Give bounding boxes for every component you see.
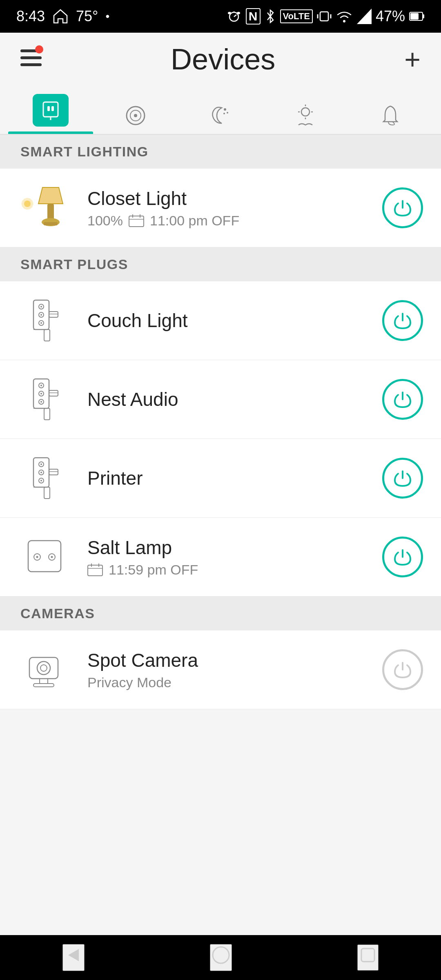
closet-light-power-button[interactable] bbox=[382, 187, 423, 228]
weather-tab-icon bbox=[294, 105, 317, 127]
bell-tab-icon bbox=[380, 105, 401, 127]
spot-camera-power-button[interactable] bbox=[382, 649, 423, 690]
svg-rect-62 bbox=[44, 408, 50, 420]
svg-rect-59 bbox=[49, 390, 58, 396]
svg-rect-51 bbox=[44, 330, 50, 341]
home-button[interactable] bbox=[210, 944, 232, 971]
svg-point-58 bbox=[40, 401, 42, 403]
closet-light-name: Closet Light bbox=[87, 187, 370, 209]
svg-point-32 bbox=[24, 200, 31, 207]
lighting-list: Closet Light 100% 11:00 pm OFF bbox=[0, 169, 441, 247]
couch-light-name: Couch Light bbox=[87, 310, 370, 332]
couch-light-power-button[interactable] bbox=[382, 300, 423, 341]
tab-camera[interactable] bbox=[93, 86, 178, 134]
svg-rect-36 bbox=[44, 222, 58, 225]
strip-icon-wrap-printer bbox=[18, 454, 75, 503]
svg-rect-18 bbox=[51, 106, 54, 111]
strip-icon-wrap-nest bbox=[18, 375, 75, 424]
svg-point-47 bbox=[40, 322, 42, 324]
device-item-nest-audio[interactable]: Nest Audio bbox=[0, 360, 441, 439]
battery-percent: 47% bbox=[376, 8, 405, 25]
dot-indicator: • bbox=[106, 10, 110, 23]
svg-rect-5 bbox=[320, 12, 328, 21]
plug-tab-icon bbox=[40, 100, 61, 121]
svg-point-25 bbox=[223, 113, 225, 114]
device-item-couch-light[interactable]: Couch Light bbox=[0, 281, 441, 360]
section-header-plugs: SMART PLUGS bbox=[0, 247, 441, 281]
svg-point-56 bbox=[40, 393, 42, 394]
printer-name: Printer bbox=[87, 467, 370, 489]
battery-icon bbox=[409, 11, 425, 22]
signal-icon bbox=[357, 9, 372, 24]
notification-dot bbox=[35, 45, 43, 53]
svg-point-26 bbox=[301, 108, 310, 116]
svg-rect-48 bbox=[49, 312, 58, 317]
printer-info: Printer bbox=[75, 467, 382, 489]
svg-point-78 bbox=[51, 556, 53, 558]
main-content: SMART LIGHTING Clos bbox=[0, 135, 441, 758]
svg-point-67 bbox=[40, 472, 42, 473]
svg-marker-88 bbox=[68, 949, 79, 961]
add-device-button[interactable]: + bbox=[404, 45, 421, 73]
bottom-nav bbox=[0, 935, 441, 980]
tab-plug[interactable] bbox=[8, 86, 93, 134]
wifi-icon bbox=[336, 9, 353, 24]
plugs-list: Couch Light bbox=[0, 281, 441, 597]
closet-light-brightness: 100% bbox=[87, 213, 123, 229]
lamp-icon-wrap bbox=[18, 183, 75, 232]
device-item-spot-camera[interactable]: Spot Camera Privacy Mode bbox=[0, 630, 441, 709]
alarm-icon bbox=[226, 9, 242, 24]
svg-point-22 bbox=[134, 114, 137, 117]
device-item-closet-light[interactable]: Closet Light 100% 11:00 pm OFF bbox=[0, 169, 441, 247]
schedule-icon-salt bbox=[87, 563, 103, 576]
spot-camera-sub: Privacy Mode bbox=[87, 675, 370, 690]
temp-display: 75° bbox=[76, 8, 98, 25]
svg-point-54 bbox=[40, 385, 42, 386]
svg-rect-79 bbox=[88, 565, 102, 576]
device-item-printer[interactable]: Printer bbox=[0, 439, 441, 518]
tab-weather[interactable] bbox=[263, 86, 348, 134]
smartplug-icon-wrap bbox=[18, 532, 75, 581]
page-title: Devices bbox=[171, 42, 275, 76]
time-display: 8:43 bbox=[16, 8, 45, 25]
menu-button[interactable] bbox=[20, 47, 42, 71]
svg-point-23 bbox=[224, 108, 226, 111]
target-tab-icon bbox=[125, 105, 147, 127]
salt-lamp-power-button[interactable] bbox=[382, 537, 423, 577]
salt-lamp-sub: 11:59 pm OFF bbox=[87, 562, 370, 578]
vibrate-icon bbox=[317, 9, 332, 24]
power-icon bbox=[392, 310, 413, 331]
svg-rect-83 bbox=[29, 657, 58, 679]
app-bar: Devices + bbox=[0, 33, 441, 86]
tab-alert[interactable] bbox=[348, 86, 433, 134]
device-item-salt-lamp[interactable]: Salt Lamp 11:59 pm OFF bbox=[0, 518, 441, 597]
power-icon bbox=[392, 468, 413, 488]
svg-point-8 bbox=[343, 20, 345, 22]
svg-rect-90 bbox=[361, 949, 374, 962]
svg-rect-14 bbox=[20, 56, 42, 59]
recent-button[interactable] bbox=[357, 944, 379, 971]
status-left: 8:43 75° • bbox=[16, 8, 109, 25]
svg-rect-87 bbox=[33, 684, 54, 687]
power-icon-inactive bbox=[392, 659, 413, 680]
back-button[interactable] bbox=[62, 944, 85, 971]
tab-night[interactable] bbox=[178, 86, 263, 134]
nest-audio-power-button[interactable] bbox=[382, 379, 423, 420]
printer-power-button[interactable] bbox=[382, 458, 423, 499]
status-right: N VoLTE 47% bbox=[226, 8, 425, 25]
strip-icon-wrap-couch bbox=[18, 296, 75, 345]
moon-tab-icon bbox=[209, 105, 232, 127]
svg-point-45 bbox=[40, 314, 42, 316]
salt-lamp-info: Salt Lamp 11:59 pm OFF bbox=[75, 537, 382, 578]
svg-point-89 bbox=[213, 947, 229, 963]
salt-lamp-schedule: 11:59 pm OFF bbox=[109, 562, 198, 578]
power-icon bbox=[392, 547, 413, 567]
svg-rect-73 bbox=[44, 487, 50, 499]
svg-rect-16 bbox=[43, 102, 58, 117]
svg-marker-33 bbox=[38, 187, 63, 204]
closet-light-schedule: 11:00 pm OFF bbox=[150, 213, 239, 229]
svg-marker-9 bbox=[357, 9, 372, 24]
svg-point-76 bbox=[36, 556, 38, 558]
spot-camera-name: Spot Camera bbox=[87, 649, 370, 671]
svg-point-69 bbox=[40, 480, 42, 481]
